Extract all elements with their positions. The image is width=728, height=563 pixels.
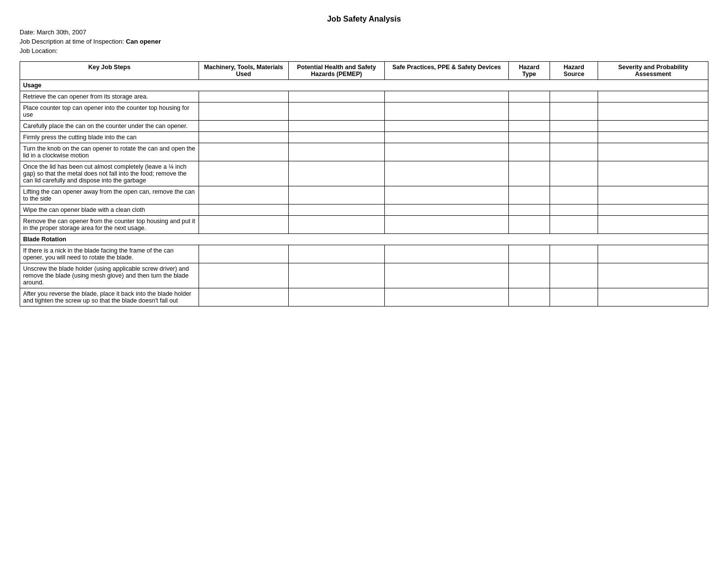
page-title: Job Safety Analysis xyxy=(20,15,708,24)
cell-hsource xyxy=(550,121,598,132)
cell-safe xyxy=(385,102,509,121)
cell-health xyxy=(288,121,385,132)
cell-step: Retrieve the can opener from its storage… xyxy=(20,91,199,102)
job-location-line: Job Location: xyxy=(20,47,708,54)
cell-safe xyxy=(385,121,509,132)
cell-htype xyxy=(508,263,550,288)
cell-hsource xyxy=(550,263,598,288)
cell-step: Place counter top can opener into the co… xyxy=(20,102,199,121)
cell-step: Turn the knob on the can opener to rotat… xyxy=(20,143,199,161)
date-line: Date: March 30th, 2007 xyxy=(20,28,708,36)
cell-hsource xyxy=(550,91,598,102)
cell-health xyxy=(288,216,385,234)
cell-machinery xyxy=(199,121,289,132)
table-row: Place counter top can opener into the co… xyxy=(20,102,708,121)
cell-hsource xyxy=(550,132,598,143)
cell-safe xyxy=(385,216,509,234)
cell-health xyxy=(288,132,385,143)
cell-htype xyxy=(508,245,550,263)
cell-health xyxy=(288,186,385,205)
cell-htype xyxy=(508,288,550,307)
job-description-line: Job Description at time of Inspection: C… xyxy=(20,38,708,45)
cell-hsource xyxy=(550,186,598,205)
table-header-row: Key Job Steps Machinery, Tools, Material… xyxy=(20,62,708,80)
table-row: Carefully place the can on the counter u… xyxy=(20,121,708,132)
cell-machinery xyxy=(199,263,289,288)
col-header-health: Potential Health and Safety Hazards (PEM… xyxy=(288,62,385,80)
cell-step: If there is a nick in the blade facing t… xyxy=(20,245,199,263)
cell-severity xyxy=(598,102,708,121)
cell-safe xyxy=(385,288,509,307)
job-description-label: Job Description at time of Inspection: xyxy=(20,38,126,45)
table-row: If there is a nick in the blade facing t… xyxy=(20,245,708,263)
cell-severity xyxy=(598,288,708,307)
cell-step: Firmly press the cutting blade into the … xyxy=(20,132,199,143)
cell-severity xyxy=(598,121,708,132)
cell-severity xyxy=(598,91,708,102)
cell-step: Lifting the can opener away from the ope… xyxy=(20,186,199,205)
cell-hsource xyxy=(550,102,598,121)
col-header-severity: Severity and Probability Assessment xyxy=(598,62,708,80)
cell-health xyxy=(288,102,385,121)
cell-htype xyxy=(508,121,550,132)
cell-htype xyxy=(508,205,550,216)
table-row: Once the lid has been cut almost complet… xyxy=(20,161,708,186)
cell-health xyxy=(288,91,385,102)
table-row: Remove the can opener from the counter t… xyxy=(20,216,708,234)
col-header-hsource: Hazard Source xyxy=(550,62,598,80)
cell-machinery xyxy=(199,132,289,143)
table-row: Lifting the can opener away from the ope… xyxy=(20,186,708,205)
table-row: Wipe the can opener blade with a clean c… xyxy=(20,205,708,216)
cell-step: Wipe the can opener blade with a clean c… xyxy=(20,205,199,216)
cell-machinery xyxy=(199,91,289,102)
cell-htype xyxy=(508,132,550,143)
cell-htype xyxy=(508,216,550,234)
table-row: Retrieve the can opener from its storage… xyxy=(20,91,708,102)
cell-hsource xyxy=(550,143,598,161)
cell-htype xyxy=(508,161,550,186)
col-header-safe: Safe Practices, PPE & Safety Devices xyxy=(385,62,509,80)
cell-severity xyxy=(598,216,708,234)
col-header-machinery: Machinery, Tools, Materials Used xyxy=(199,62,289,80)
cell-machinery xyxy=(199,288,289,307)
cell-safe xyxy=(385,205,509,216)
cell-severity xyxy=(598,132,708,143)
cell-safe xyxy=(385,186,509,205)
cell-htype xyxy=(508,91,550,102)
cell-health xyxy=(288,143,385,161)
cell-safe xyxy=(385,132,509,143)
cell-hsource xyxy=(550,161,598,186)
cell-health xyxy=(288,245,385,263)
cell-severity xyxy=(598,143,708,161)
table-row: Firmly press the cutting blade into the … xyxy=(20,132,708,143)
cell-health xyxy=(288,288,385,307)
cell-safe xyxy=(385,161,509,186)
cell-severity xyxy=(598,263,708,288)
job-description-value: Can opener xyxy=(126,38,161,45)
cell-step: Remove the can opener from the counter t… xyxy=(20,216,199,234)
table-row: Unscrew the blade holder (using applicab… xyxy=(20,263,708,288)
table-row: Turn the knob on the can opener to rotat… xyxy=(20,143,708,161)
cell-severity xyxy=(598,186,708,205)
cell-machinery xyxy=(199,161,289,186)
cell-step: Unscrew the blade holder (using applicab… xyxy=(20,263,199,288)
table-row: After you reverse the blade, place it ba… xyxy=(20,288,708,307)
cell-health xyxy=(288,205,385,216)
col-header-steps: Key Job Steps xyxy=(20,62,199,80)
cell-hsource xyxy=(550,245,598,263)
cell-machinery xyxy=(199,143,289,161)
cell-htype xyxy=(508,102,550,121)
cell-machinery xyxy=(199,216,289,234)
cell-health xyxy=(288,161,385,186)
cell-machinery xyxy=(199,186,289,205)
cell-htype xyxy=(508,143,550,161)
cell-machinery xyxy=(199,245,289,263)
cell-step: Carefully place the can on the counter u… xyxy=(20,121,199,132)
section-header-row: Usage xyxy=(20,80,708,91)
cell-machinery xyxy=(199,102,289,121)
cell-step: After you reverse the blade, place it ba… xyxy=(20,288,199,307)
cell-hsource xyxy=(550,205,598,216)
cell-safe xyxy=(385,245,509,263)
cell-severity xyxy=(598,161,708,186)
cell-step: Once the lid has been cut almost complet… xyxy=(20,161,199,186)
